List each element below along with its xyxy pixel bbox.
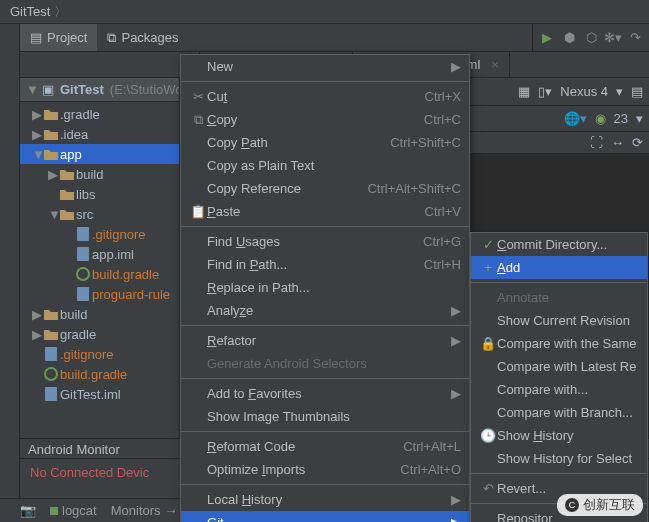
tree-label: app	[60, 147, 82, 162]
play-icon[interactable]: ▶	[537, 28, 557, 48]
menu-label: Refactor	[207, 333, 441, 348]
menu-item[interactable]: Add to Favorites▶	[181, 382, 469, 405]
tree-label: app.iml	[92, 247, 134, 262]
menu-label: Copy Path	[207, 135, 372, 150]
menu-item[interactable]: Copy ReferenceCtrl+Alt+Shift+C	[181, 177, 469, 200]
menu-item[interactable]: 🔒Compare with the Same	[471, 332, 647, 355]
tree-row[interactable]: app.iml	[20, 244, 179, 264]
file-txt-icon	[76, 247, 90, 261]
tree-row[interactable]: ▶build	[20, 304, 179, 324]
menu-label: Find in Path...	[207, 257, 406, 272]
tree-row[interactable]: build.gradle	[20, 364, 179, 384]
menu-item[interactable]: Optimize ImportsCtrl+Alt+O	[181, 458, 469, 481]
project-tree[interactable]: ▶.gradle▶.idea▼app▶buildlibs▼src.gitigno…	[20, 102, 179, 406]
menu-shortcut: Ctrl+X	[425, 89, 461, 104]
menu-item[interactable]: 📋PasteCtrl+V	[181, 200, 469, 223]
chevron-down-icon: ▼	[26, 82, 36, 97]
folder-icon	[44, 107, 58, 121]
menu-item[interactable]: +Add	[471, 256, 647, 279]
tree-row[interactable]: libs	[20, 184, 179, 204]
svg-rect-1	[77, 247, 89, 261]
menu-shortcut: Ctrl+Alt+O	[400, 462, 461, 477]
chevron-right-icon: 〉	[54, 4, 67, 19]
menu-item[interactable]: Find in Path...Ctrl+H	[181, 253, 469, 276]
sync-icon[interactable]: ↷	[625, 28, 645, 48]
tree-row[interactable]: build.gradle	[20, 264, 179, 284]
zoom-out-icon[interactable]: ↔	[611, 135, 624, 150]
tree-row[interactable]: ▼app	[20, 144, 179, 164]
menu-item[interactable]: Find UsagesCtrl+G	[181, 230, 469, 253]
zoom-fit-icon[interactable]: ⛶	[590, 135, 603, 150]
tree-arrow-icon: ▶	[32, 107, 42, 122]
menu-item[interactable]: Copy PathCtrl+Shift+C	[181, 131, 469, 154]
device-selector[interactable]: Nexus 4	[560, 84, 608, 99]
tree-row[interactable]: ▶build	[20, 164, 179, 184]
tree-row[interactable]: .gitignore	[20, 224, 179, 244]
api-selector[interactable]: 23	[614, 111, 628, 126]
menu-item[interactable]: Analyze▶	[181, 299, 469, 322]
menu-item[interactable]: Compare with Latest Re	[471, 355, 647, 378]
menu-item[interactable]: ⧉CopyCtrl+C	[181, 108, 469, 131]
packages-tab[interactable]: ⧉ Packages	[97, 24, 188, 51]
menu-item[interactable]: 🕒Show History	[471, 424, 647, 447]
menu-item[interactable]: New▶	[181, 55, 469, 78]
menu-item[interactable]: Compare with...	[471, 378, 647, 401]
tree-row[interactable]: GitTest.iml	[20, 384, 179, 404]
tree-label: .gitignore	[92, 227, 145, 242]
tree-row[interactable]: ▶gradle	[20, 324, 179, 344]
tree-row[interactable]: ▶.gradle	[20, 104, 179, 124]
menu-item[interactable]: Replace in Path...	[181, 276, 469, 299]
file-txt-icon	[76, 287, 90, 301]
menu-item[interactable]: ✓Commit Directory...	[471, 233, 647, 256]
menu-item[interactable]: Compare with Branch...	[471, 401, 647, 424]
menu-item[interactable]: Show Image Thumbnails	[181, 405, 469, 428]
file-txt-icon	[44, 387, 58, 401]
context-menu-git[interactable]: ✓Commit Directory...+AddAnnotateShow Cur…	[470, 232, 648, 522]
refresh-icon[interactable]: ⟳	[632, 135, 643, 150]
left-gutter	[0, 24, 20, 522]
tree-arrow-icon: ▶	[48, 167, 58, 182]
tree-row[interactable]: ▼src	[20, 204, 179, 224]
logcat-tab[interactable]: logcat	[50, 503, 97, 518]
menu-item[interactable]: Git▶	[181, 511, 469, 522]
menu-item[interactable]: Show Current Revision	[471, 309, 647, 332]
palette-icon[interactable]: ▦	[518, 84, 530, 99]
gear-icon[interactable]: ✻▾	[603, 28, 623, 48]
menu-label: Show History	[497, 428, 639, 443]
tree-arrow-icon: ▶	[32, 127, 42, 142]
menu-item[interactable]: Refactor▶	[181, 329, 469, 352]
tree-label: build	[76, 167, 103, 182]
menu-shortcut: Ctrl+Shift+C	[390, 135, 461, 150]
tree-header-row[interactable]: ▼ ▣ GitTest (E:\StutioWo	[20, 78, 179, 102]
menu-icon: ↶	[479, 481, 497, 496]
project-root-icon: ▣	[42, 82, 54, 97]
menu-item[interactable]: Copy as Plain Text	[181, 154, 469, 177]
submenu-arrow-icon: ▶	[451, 333, 461, 348]
project-tab[interactable]: ▤ Project	[20, 24, 97, 51]
camera-icon[interactable]: 📷	[20, 503, 36, 518]
tree-label: build	[60, 307, 87, 322]
tree-label: src	[76, 207, 93, 222]
menu-item[interactable]: ✂CutCtrl+X	[181, 85, 469, 108]
theme-icon[interactable]: ▤	[631, 84, 643, 99]
menu-label: Git	[207, 515, 441, 522]
tree-row[interactable]: proguard-rule	[20, 284, 179, 304]
menu-shortcut: Ctrl+C	[424, 112, 461, 127]
globe-icon[interactable]: 🌐▾	[564, 111, 587, 126]
menu-item[interactable]: Reformat CodeCtrl+Alt+L	[181, 435, 469, 458]
context-menu-main[interactable]: New▶✂CutCtrl+X⧉CopyCtrl+CCopy PathCtrl+S…	[180, 54, 470, 522]
menu-item[interactable]: Local History▶	[181, 488, 469, 511]
attach-icon[interactable]: ⬡	[581, 28, 601, 48]
menu-item[interactable]: Show History for Select	[471, 447, 647, 470]
monitors-tab[interactable]: Monitors →	[111, 503, 178, 518]
menu-label: Reformat Code	[207, 439, 385, 454]
phone-icon[interactable]: ▯▾	[538, 84, 552, 99]
tree-arrow-icon: ▶	[32, 327, 42, 342]
tree-row[interactable]: .gitignore	[20, 344, 179, 364]
close-icon[interactable]: ×	[491, 57, 499, 72]
menu-label: Compare with the Same	[497, 336, 639, 351]
svg-rect-4	[45, 347, 57, 361]
menu-label: Generate Android Selectors	[207, 356, 461, 371]
debug-icon[interactable]: ⬢	[559, 28, 579, 48]
tree-row[interactable]: ▶.idea	[20, 124, 179, 144]
